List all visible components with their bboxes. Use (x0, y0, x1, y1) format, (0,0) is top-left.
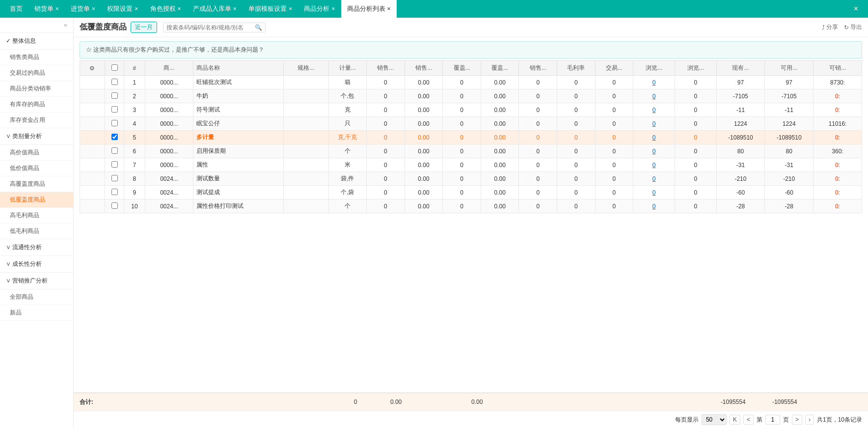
page-label: 第 (757, 416, 762, 424)
cell-check[interactable] (105, 144, 124, 158)
share-button[interactable]: ⤴ 分享 (822, 23, 838, 31)
sidebar-group-flow[interactable]: ∨ 流通性分析 (0, 239, 73, 256)
sidebar-item-all-goods[interactable]: 全部商品 (0, 289, 73, 305)
cell-stock1: -1089510 (716, 131, 765, 144)
prev-page-button[interactable]: < (743, 415, 754, 425)
sidebar-item-category-rate[interactable]: 商品分类动销率 (0, 81, 73, 97)
sidebar-item-new-goods[interactable]: 新品 (0, 305, 73, 321)
view1-link[interactable]: 0 (652, 120, 656, 127)
cell-profit: 0 (557, 131, 596, 144)
sidebar-item-high-value[interactable]: 高价值商品 (0, 145, 73, 161)
nav-sales[interactable]: 销货单 × (28, 0, 65, 18)
row-checkbox[interactable] (111, 120, 118, 126)
nav-purchase[interactable]: 进货单 × (65, 0, 101, 18)
cell-view1[interactable]: 0 (633, 158, 675, 172)
cell-profit: 0 (557, 103, 596, 117)
cell-name: 符号测试 (193, 103, 283, 117)
cell-check[interactable] (105, 186, 124, 200)
nav-analysis[interactable]: 商品分析 × (298, 0, 341, 18)
sidebar-collapse-button[interactable]: « (0, 18, 73, 33)
nav-roles[interactable]: 角色授权 × (144, 0, 187, 18)
sidebar-item-stocked-goods[interactable]: 有库存的商品 (0, 97, 73, 113)
sidebar-item-low-coverage[interactable]: 低覆盖度商品 (0, 192, 73, 208)
nav-permissions[interactable]: 权限设置 × (101, 0, 144, 18)
cell-spec (283, 144, 328, 158)
cell-check[interactable] (105, 172, 124, 186)
nav-home[interactable]: 首页 (4, 0, 28, 18)
view1-link[interactable]: 0 (652, 107, 656, 114)
cell-check[interactable] (105, 158, 124, 172)
row-checkbox[interactable] (111, 147, 118, 154)
close-button[interactable]: × (848, 4, 864, 13)
nav-products[interactable]: 产成品入库单 × (187, 0, 243, 18)
sidebar-group-growth[interactable]: ∨ 成长性分析 (0, 256, 73, 273)
cell-num: 9 (124, 186, 145, 200)
cell-check[interactable] (105, 117, 124, 131)
cell-check[interactable] (105, 76, 124, 89)
sidebar-group-general[interactable]: ✓ 整体信息 (0, 33, 73, 50)
select-all-checkbox[interactable] (111, 64, 118, 71)
first-page-button[interactable]: K (730, 415, 740, 425)
date-filter-button[interactable]: 近一月 (131, 22, 157, 33)
cell-view1[interactable]: 0 (633, 144, 675, 158)
view1-link[interactable]: 0 (652, 203, 656, 210)
sidebar-item-stock-capital[interactable]: 库存资金占用 (0, 113, 73, 128)
nav-templates[interactable]: 单据模板设置 × (243, 0, 298, 18)
cell-code: 0000... (145, 131, 193, 144)
row-checkbox[interactable] (111, 134, 118, 140)
sidebar-group-category[interactable]: ∨ 类别量分析 (0, 128, 73, 145)
page-size-select[interactable]: 50 100 200 (702, 414, 727, 425)
cell-view1[interactable]: 0 (633, 89, 675, 103)
cell-cov1: 0 (443, 117, 481, 131)
settings-icon[interactable]: ⚙ (89, 65, 95, 72)
cell-view1[interactable]: 0 (633, 117, 675, 131)
cell-check[interactable] (105, 103, 124, 117)
nav-analysis-list[interactable]: 商品分析列表 × (341, 0, 397, 18)
th-settings[interactable]: ⚙ (80, 61, 105, 76)
view1-link[interactable]: 0 (652, 93, 656, 100)
sidebar-group-marketing[interactable]: ∨ 营销推广分析 (0, 273, 73, 289)
view1-link[interactable]: 0 (652, 189, 656, 196)
total-table: 0 0.00 0.00 -1095554 -1095554 (97, 396, 862, 408)
cell-view1[interactable]: 0 (633, 186, 675, 200)
sidebar-item-traded-goods[interactable]: 交易过的商品 (0, 65, 73, 81)
view1-link[interactable]: 0 (652, 162, 656, 169)
sidebar-item-high-profit[interactable]: 高毛利商品 (0, 208, 73, 224)
cell-check[interactable] (105, 89, 124, 103)
view1-link[interactable]: 0 (652, 175, 656, 182)
total-empty-v2 (663, 396, 707, 408)
row-checkbox[interactable] (111, 189, 118, 195)
row-checkbox[interactable] (111, 161, 118, 168)
page-number-input[interactable] (765, 415, 780, 425)
sidebar-item-sales-goods[interactable]: 销售类商品 (0, 50, 73, 65)
row-checkbox[interactable] (111, 202, 118, 209)
cell-unit: 个,袋 (328, 186, 367, 200)
cell-stock2: 97 (765, 76, 814, 89)
row-checkbox[interactable] (111, 92, 118, 99)
row-checkbox[interactable] (111, 79, 118, 85)
view1-link[interactable]: 0 (652, 134, 656, 141)
last-page-button[interactable]: › (805, 415, 814, 425)
cell-cov2: 0.00 (481, 117, 519, 131)
cell-check[interactable] (105, 200, 124, 213)
search-input[interactable] (166, 24, 255, 31)
cell-view1[interactable]: 0 (633, 131, 675, 144)
cell-check[interactable] (105, 131, 124, 144)
cell-view1[interactable]: 0 (633, 103, 675, 117)
next-page-button[interactable]: > (792, 415, 802, 425)
search-icon[interactable]: 🔍 (255, 24, 262, 31)
row-checkbox[interactable] (111, 175, 118, 181)
sidebar-item-high-coverage[interactable]: 高覆盖度商品 (0, 176, 73, 192)
export-button[interactable]: ↻ 导出 (844, 23, 862, 31)
row-checkbox[interactable] (111, 106, 118, 113)
th-sales-amt: 销售... (405, 61, 443, 76)
sidebar-item-low-profit[interactable]: 低毛利商品 (0, 224, 73, 239)
cell-cov1: 0 (443, 158, 481, 172)
th-code: 商... (145, 61, 193, 76)
cell-view1[interactable]: 0 (633, 200, 675, 213)
view1-link[interactable]: 0 (652, 148, 656, 155)
view1-link[interactable]: 0 (652, 79, 656, 86)
sidebar-item-low-value[interactable]: 低价值商品 (0, 161, 73, 176)
cell-view1[interactable]: 0 (633, 172, 675, 186)
cell-view1[interactable]: 0 (633, 76, 675, 89)
